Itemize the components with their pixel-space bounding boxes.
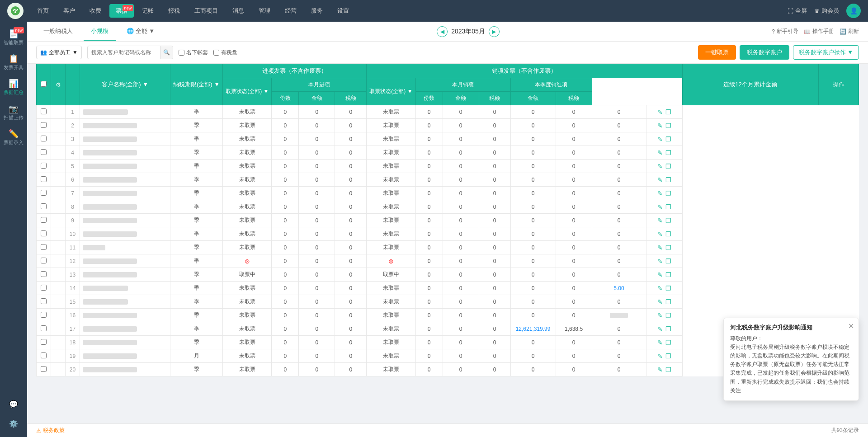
select-all-checkbox[interactable] [41, 81, 47, 87]
copy-icon[interactable]: ❐ [665, 285, 671, 292]
row-checkbox[interactable] [41, 271, 47, 277]
sidebar-item-settings[interactable]: ⚙️ [1, 416, 26, 432]
sidebar-item-scan-upload[interactable]: 📷 扫描上传 [1, 100, 26, 124]
th-out-status[interactable]: 取票状态(全部) ▼ [367, 78, 415, 105]
vip-btn[interactable]: ♛ 购会员 [814, 7, 839, 15]
sidebar-item-invoice-open[interactable]: 📋 发票开具 [1, 50, 26, 74]
manual-btn[interactable]: 📖 操作手册 [804, 28, 834, 35]
th-in-status[interactable]: 取票状态(全部) ▼ [223, 78, 272, 105]
copy-icon[interactable]: ❐ [665, 203, 671, 211]
prev-month-btn[interactable]: ◀ [437, 26, 448, 37]
edit-icon[interactable]: ✎ [657, 312, 663, 319]
copy-icon[interactable]: ❐ [665, 298, 671, 305]
th-client-name[interactable]: 客户名称(全部) ▼ [80, 64, 170, 105]
row-checkbox[interactable] [41, 285, 47, 291]
row-checkbox[interactable] [41, 352, 47, 358]
sidebar-item-ticket-summary[interactable]: 📊 票据汇总 [1, 75, 26, 99]
row-checkbox[interactable] [41, 339, 47, 345]
nav-item-ticket[interactable]: 票据 new [109, 4, 134, 18]
nav-item-operation[interactable]: 经营 [278, 4, 303, 18]
next-month-btn[interactable]: ▶ [489, 26, 500, 37]
copy-icon[interactable]: ❐ [665, 176, 671, 183]
nav-item-client[interactable]: 客户 [57, 4, 81, 18]
edit-icon[interactable]: ✎ [657, 203, 663, 211]
notification-close-btn[interactable]: ✕ [848, 322, 854, 330]
row-checkbox[interactable] [41, 217, 47, 223]
nav-item-manage[interactable]: 管理 [252, 4, 277, 18]
edit-icon[interactable]: ✎ [657, 298, 663, 305]
refund-amount-link[interactable]: 12,621,319.99 [516, 326, 551, 332]
sidebar-item-ticket-entry[interactable]: ✏️ 票据录入 [1, 125, 26, 149]
avatar[interactable]: 👤 [846, 4, 861, 18]
cumulative-link[interactable]: 5.00 [613, 285, 624, 291]
edit-icon[interactable]: ✎ [657, 122, 663, 129]
nav-item-business[interactable]: 工商项目 [188, 4, 224, 18]
nav-item-settings[interactable]: 设置 [331, 4, 355, 18]
copy-icon[interactable]: ❐ [665, 149, 671, 156]
row-checkbox[interactable] [41, 163, 47, 169]
edit-icon[interactable]: ✎ [657, 325, 663, 333]
edit-icon[interactable]: ✎ [657, 190, 663, 197]
row-checkbox[interactable] [41, 325, 47, 331]
copy-icon[interactable]: ❐ [665, 163, 671, 170]
copy-icon[interactable]: ❐ [665, 190, 671, 197]
nav-item-home[interactable]: 首页 [31, 4, 55, 18]
edit-icon[interactable]: ✎ [657, 366, 663, 373]
copy-icon[interactable]: ❐ [665, 136, 671, 143]
row-checkbox[interactable] [41, 136, 47, 141]
checkbox-sub-account[interactable]: 名下帐套 [179, 49, 208, 56]
nav-item-charge[interactable]: 收费 [83, 4, 108, 18]
refresh-btn[interactable]: 🔄 刷新 [840, 28, 859, 35]
edit-icon[interactable]: ✎ [657, 217, 663, 224]
row-checkbox[interactable] [41, 298, 47, 304]
copy-icon[interactable]: ❐ [665, 244, 671, 251]
nav-item-accounting[interactable]: 记账 [136, 4, 160, 18]
edit-icon[interactable]: ✎ [657, 230, 663, 238]
edit-icon[interactable]: ✎ [657, 339, 663, 346]
tab-general-taxpayer[interactable]: 一般纳税人 [36, 23, 80, 41]
tax-digital-account-btn[interactable]: 税务数字账户 [740, 45, 789, 60]
edit-icon[interactable]: ✎ [657, 271, 663, 278]
edit-icon[interactable]: ✎ [657, 285, 663, 292]
copy-icon[interactable]: ❐ [665, 312, 671, 319]
copy-icon[interactable]: ❐ [665, 271, 671, 278]
copy-icon[interactable]: ❐ [665, 339, 671, 346]
copy-icon[interactable]: ❐ [665, 258, 671, 265]
copy-icon[interactable]: ❐ [665, 325, 671, 333]
row-checkbox[interactable] [41, 258, 47, 263]
edit-icon[interactable]: ✎ [657, 136, 663, 143]
row-checkbox[interactable] [41, 244, 47, 250]
row-checkbox[interactable] [41, 108, 47, 114]
copy-icon[interactable]: ❐ [665, 217, 671, 224]
tab-all[interactable]: 🌐 全能 ▼ [119, 23, 162, 41]
copy-icon[interactable]: ❐ [665, 230, 671, 238]
edit-icon[interactable]: ✎ [657, 352, 663, 360]
one-click-ticket-btn[interactable]: 一键取票 [698, 45, 736, 60]
sidebar-item-message[interactable]: 💬 [1, 396, 26, 413]
fullscreen-btn[interactable]: ⛶ 全屏 [788, 7, 807, 15]
edit-icon[interactable]: ✎ [657, 244, 663, 251]
th-tax-period[interactable]: 纳税期限(全部) ▼ [170, 64, 223, 105]
row-checkbox[interactable] [41, 366, 47, 372]
copy-icon[interactable]: ❐ [665, 108, 671, 116]
edit-icon[interactable]: ✎ [657, 176, 663, 183]
search-button[interactable]: 🔍 [160, 46, 173, 59]
checkbox-tax-disk[interactable]: 有税盘 [213, 49, 237, 56]
row-checkbox[interactable] [41, 176, 47, 182]
nav-item-service[interactable]: 服务 [305, 4, 329, 18]
row-checkbox[interactable] [41, 230, 47, 236]
nav-item-message[interactable]: 消息 [226, 4, 250, 18]
copy-icon[interactable]: ❐ [665, 366, 671, 373]
copy-icon[interactable]: ❐ [665, 122, 671, 129]
edit-icon[interactable]: ✎ [657, 163, 663, 170]
row-checkbox[interactable] [41, 190, 47, 196]
nav-item-tax[interactable]: 报税 [162, 4, 186, 18]
edit-icon[interactable]: ✎ [657, 258, 663, 265]
edit-icon[interactable]: ✎ [657, 149, 663, 156]
row-checkbox[interactable] [41, 203, 47, 209]
row-checkbox[interactable] [41, 122, 47, 128]
new-guide-btn[interactable]: ? 新手引导 [772, 28, 798, 35]
sidebar-item-smart-ticket[interactable]: 📄 智能取票 new [1, 25, 26, 49]
tab-small-scale[interactable]: 小规模 [84, 23, 116, 41]
staff-select[interactable]: 👥 全部员工 ▼ [36, 46, 82, 59]
